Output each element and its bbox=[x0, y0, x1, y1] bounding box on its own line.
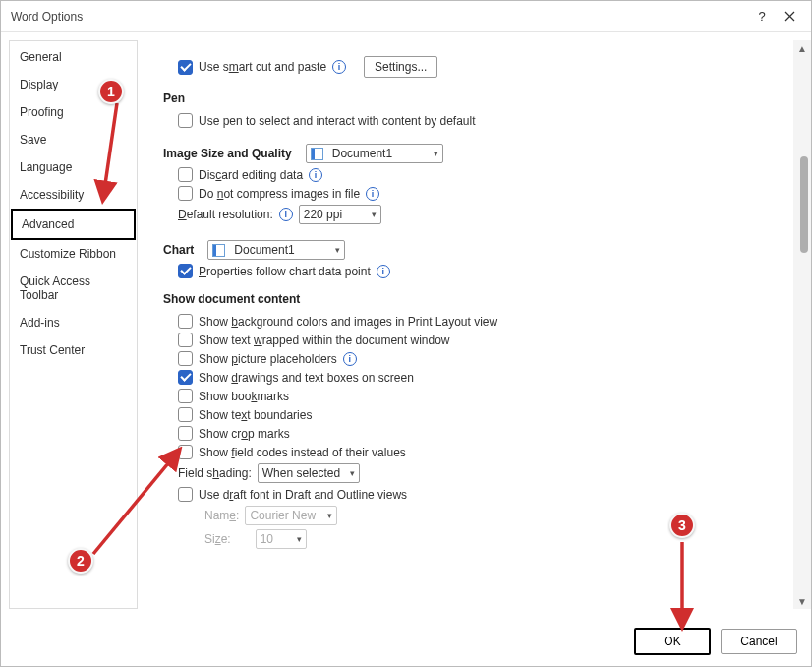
show-crop-label: Show crop marks bbox=[199, 427, 290, 441]
show-fieldcodes-checkbox[interactable] bbox=[178, 445, 193, 459]
discard-editing-label: Discard editing data bbox=[199, 168, 303, 182]
show-bg-checkbox[interactable] bbox=[178, 314, 193, 329]
scrollbar[interactable]: ▲ ▼ bbox=[793, 40, 811, 609]
footer: OK Cancel bbox=[1, 617, 811, 666]
sidebar-item-advanced[interactable]: Advanced bbox=[11, 209, 136, 240]
info-icon[interactable]: i bbox=[279, 208, 293, 221]
image-doc-dropdown[interactable]: Document1 ▾ bbox=[306, 144, 443, 163]
sidebar-item-quick-access-toolbar[interactable]: Quick Access Toolbar bbox=[11, 268, 136, 309]
chevron-down-icon: ▾ bbox=[434, 149, 438, 158]
show-boundaries-checkbox[interactable] bbox=[178, 407, 193, 422]
show-bookmarks-label: Show bookmarks bbox=[199, 390, 289, 403]
help-button[interactable]: ? bbox=[748, 3, 776, 30]
show-bookmarks-checkbox[interactable] bbox=[178, 389, 193, 403]
show-drawings-label: Show drawings and text boxes on screen bbox=[199, 371, 414, 385]
section-pen: Pen bbox=[163, 91, 797, 105]
draft-size-label: Size: bbox=[204, 532, 231, 546]
show-bg-label: Show background colors and images in Pri… bbox=[199, 315, 497, 329]
show-wrap-label: Show text wrapped within the document wi… bbox=[199, 334, 449, 347]
scroll-thumb[interactable] bbox=[800, 156, 808, 253]
show-placeholders-label: Show picture placeholders bbox=[199, 352, 337, 366]
sidebar: General Display Proofing Save Language A… bbox=[1, 32, 144, 617]
chevron-down-icon: ▾ bbox=[372, 210, 377, 219]
chart-properties-checkbox[interactable] bbox=[178, 264, 193, 278]
show-drawings-checkbox[interactable] bbox=[178, 370, 193, 385]
show-wrap-checkbox[interactable] bbox=[178, 333, 193, 347]
field-shading-label: Field shading: bbox=[178, 466, 252, 480]
sidebar-item-proofing[interactable]: Proofing bbox=[11, 98, 136, 126]
smart-cut-paste-checkbox[interactable] bbox=[178, 60, 193, 75]
scroll-up-icon[interactable]: ▲ bbox=[793, 40, 811, 56]
draft-name-label: Name: bbox=[204, 509, 239, 522]
word-options-dialog: Word Options ? General Display Proofing … bbox=[0, 0, 812, 667]
close-button[interactable] bbox=[776, 3, 803, 30]
sidebar-item-customize-ribbon[interactable]: Customize Ribbon bbox=[11, 240, 136, 268]
show-fieldcodes-label: Show field codes instead of their values bbox=[199, 446, 406, 459]
no-compress-label: Do not compress images in file bbox=[199, 187, 360, 201]
info-icon[interactable]: i bbox=[343, 352, 357, 366]
sidebar-item-general[interactable]: General bbox=[11, 43, 136, 71]
use-pen-label: Use pen to select and interact with cont… bbox=[199, 114, 476, 128]
smart-cut-paste-label: Use smart cut and paste bbox=[199, 60, 326, 74]
info-icon[interactable]: i bbox=[377, 265, 390, 278]
settings-button[interactable]: Settings... bbox=[364, 56, 437, 78]
chevron-down-icon: ▾ bbox=[350, 468, 355, 478]
document-icon bbox=[212, 244, 225, 257]
main-panel: Use smart cut and paste i Settings... Pe… bbox=[144, 32, 811, 617]
chevron-down-icon: ▾ bbox=[327, 511, 332, 520]
default-resolution-label: Default resolution: bbox=[178, 208, 273, 221]
chart-doc-dropdown[interactable]: Document1 ▾ bbox=[207, 240, 345, 260]
show-boundaries-label: Show text boundaries bbox=[199, 408, 312, 422]
scroll-down-icon[interactable]: ▼ bbox=[793, 593, 811, 609]
draft-font-label: Use draft font in Draft and Outline view… bbox=[199, 488, 407, 502]
no-compress-checkbox[interactable] bbox=[178, 186, 193, 201]
sidebar-item-accessibility[interactable]: Accessibility bbox=[11, 181, 136, 209]
info-icon[interactable]: i bbox=[309, 168, 322, 182]
cancel-button[interactable]: Cancel bbox=[721, 629, 797, 654]
draft-size-dropdown: 10 ▾ bbox=[256, 529, 307, 549]
chevron-down-icon: ▾ bbox=[335, 245, 340, 255]
default-resolution-dropdown[interactable]: 220 ppi ▾ bbox=[299, 205, 381, 224]
sidebar-item-language[interactable]: Language bbox=[11, 153, 136, 181]
sidebar-item-add-ins[interactable]: Add-ins bbox=[11, 309, 136, 336]
ok-button[interactable]: OK bbox=[634, 628, 711, 655]
section-show-content: Show document content bbox=[163, 292, 797, 306]
section-chart: Chart bbox=[163, 243, 194, 257]
info-icon[interactable]: i bbox=[332, 60, 346, 74]
info-icon[interactable]: i bbox=[366, 187, 379, 201]
draft-font-checkbox[interactable] bbox=[178, 487, 193, 502]
draft-name-dropdown: Courier New ▾ bbox=[245, 506, 337, 525]
sidebar-item-trust-center[interactable]: Trust Center bbox=[11, 336, 136, 364]
show-placeholders-checkbox[interactable] bbox=[178, 351, 193, 366]
sidebar-item-display[interactable]: Display bbox=[11, 71, 136, 98]
show-crop-checkbox[interactable] bbox=[178, 426, 193, 441]
close-icon bbox=[784, 11, 795, 22]
field-shading-dropdown[interactable]: When selected ▾ bbox=[258, 463, 360, 483]
titlebar: Word Options ? bbox=[1, 1, 811, 32]
sidebar-item-save[interactable]: Save bbox=[11, 126, 136, 153]
chevron-down-icon: ▾ bbox=[297, 534, 302, 544]
discard-editing-checkbox[interactable] bbox=[178, 167, 193, 182]
use-pen-checkbox[interactable] bbox=[178, 113, 193, 128]
window-title: Word Options bbox=[11, 10, 748, 24]
document-icon bbox=[311, 148, 323, 160]
chart-properties-label: Properties follow chart data point bbox=[199, 265, 371, 278]
section-image-quality: Image Size and Quality bbox=[163, 147, 292, 160]
